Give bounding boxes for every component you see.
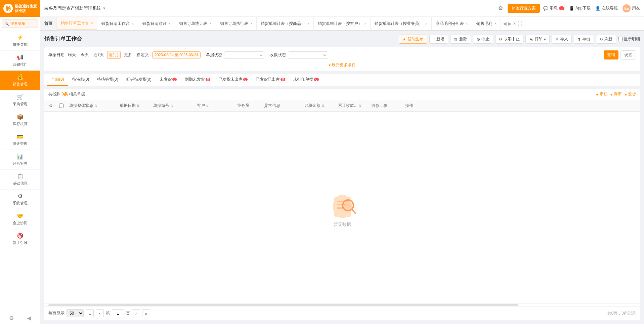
user-menu-button[interactable]: Ea 用友 bbox=[622, 4, 640, 12]
tab-maximize-icon[interactable]: ⛶ bbox=[517, 21, 522, 26]
per-page-select[interactable]: 50 20 100 bbox=[67, 309, 84, 317]
sort-cumulative-icon[interactable]: ⇅ bbox=[358, 104, 361, 108]
app-download-button[interactable]: 📱 App下载 bbox=[569, 5, 591, 11]
sort-number-icon[interactable]: ⇅ bbox=[170, 104, 173, 108]
tab-close-stats[interactable]: × bbox=[209, 22, 211, 26]
sub-tab-pending-review[interactable]: 待审核(0) bbox=[68, 74, 93, 86]
show-detail-checkbox[interactable] bbox=[618, 37, 622, 41]
tab-nav-left-icon[interactable]: ◀ bbox=[503, 21, 507, 26]
tab-close-product[interactable]: × bbox=[307, 22, 309, 26]
sub-tab-store-pending[interactable]: 旺铺待发货(0) bbox=[122, 74, 156, 86]
th-checkbox[interactable] bbox=[57, 100, 67, 111]
tab-sales-gross[interactable]: 销售毛利 × bbox=[472, 17, 501, 30]
sidebar-item-purchase[interactable]: 🛒 采购管理 bbox=[0, 90, 40, 110]
tab-close-cash[interactable]: × bbox=[132, 22, 134, 26]
sidebar-item-finance[interactable]: 💳 资金管理 bbox=[0, 130, 40, 150]
sidebar: 畅 畅捷通好生意 标准版 🔍 搜索菜单 ⚡ 快捷导航 📢 营销推广 💰 销售管理… bbox=[0, 0, 40, 324]
smart-gen-button[interactable]: ★ 智能生单 bbox=[399, 35, 427, 44]
tab-close-sales[interactable]: × bbox=[91, 21, 93, 25]
review-button[interactable]: ● 审核 bbox=[596, 91, 607, 97]
export-button[interactable]: ⬆ 导出 bbox=[574, 35, 594, 44]
expand-filter-button[interactable]: ▾ 展开更多条件 bbox=[329, 62, 356, 68]
query-actions: 查询 设置 bbox=[604, 50, 636, 59]
tab-close-customer[interactable]: × bbox=[364, 22, 366, 26]
tab-close-person[interactable]: × bbox=[425, 22, 427, 26]
sub-tab-not-printed[interactable]: 未打印单据0 bbox=[289, 74, 323, 86]
topbar-gear-icon[interactable]: ⚙ bbox=[498, 5, 503, 11]
tab-reconcile[interactable]: 钱货日清对账 × bbox=[138, 17, 175, 30]
sub-tab-not-shipped[interactable]: 未发货0 bbox=[156, 74, 181, 86]
sort-date-icon[interactable]: ⇅ bbox=[137, 104, 139, 108]
sidebar-item-business[interactable]: 📊 经营管理 bbox=[0, 150, 40, 170]
th-settings[interactable]: ⚙ bbox=[47, 100, 57, 111]
sidebar-item-quick-nav[interactable]: ⚡ 快捷导航 bbox=[0, 31, 40, 51]
show-detail-label[interactable]: 显示明细 bbox=[618, 36, 640, 42]
sort-amount-icon[interactable]: ⇅ bbox=[321, 104, 324, 108]
sub-tab-overdue-ship[interactable]: 到期未发货0 bbox=[181, 74, 214, 86]
sidebar-item-guide[interactable]: 🎯 新手引导 bbox=[0, 229, 40, 249]
tab-sales-person[interactable]: 销货单统计表（按业务员） × bbox=[371, 17, 431, 30]
date-yesterday[interactable]: 昨天 bbox=[67, 51, 77, 59]
title-dropdown-icon[interactable]: ▾ bbox=[103, 6, 105, 11]
tab-nav-right-icon[interactable]: ▶ bbox=[508, 21, 512, 26]
date-7days[interactable]: 近7天 bbox=[92, 51, 105, 59]
tab-sales-stats[interactable]: 销售订单统计表 × bbox=[175, 17, 216, 30]
date-1month[interactable]: 近1月 bbox=[107, 51, 121, 59]
sort-customer-icon[interactable]: ⇅ bbox=[206, 104, 209, 108]
tab-sales-product[interactable]: 销货单统计表（按商品） × bbox=[257, 17, 313, 30]
select-all-checkbox[interactable] bbox=[59, 104, 63, 108]
sidebar-collapse-button[interactable]: ◀ bbox=[27, 315, 31, 321]
status-select[interactable] bbox=[224, 51, 264, 59]
date-custom[interactable]: 自定义 bbox=[135, 51, 150, 59]
page-input[interactable] bbox=[112, 309, 124, 317]
date-more[interactable]: 更多 bbox=[123, 51, 133, 59]
filter-row-1: 单据日期 昨天 今天 近7天 近1月 更多 自定义 2023-02-24 至 2… bbox=[48, 50, 636, 59]
search-menu-button[interactable]: 🔍 搜索菜单 bbox=[2, 19, 38, 28]
sidebar-item-inventory[interactable]: 📦 库存核算 bbox=[0, 110, 40, 130]
logo-text: 畅捷通好生意 标准版 bbox=[15, 4, 37, 13]
page-first-button[interactable]: « bbox=[86, 309, 94, 317]
sub-tab-shipped-out[interactable]: 已发货已出库0 bbox=[252, 74, 289, 86]
message-button[interactable]: 💬 消息 6 bbox=[543, 5, 564, 11]
stop-button[interactable]: ⊘ 中止 bbox=[473, 35, 493, 44]
print-button[interactable]: 🖨 打印 ▾ bbox=[525, 35, 550, 44]
ship-button[interactable]: ● 发货 bbox=[625, 91, 636, 97]
tab-close-exec[interactable]: × bbox=[250, 22, 252, 26]
page-last-button[interactable]: » bbox=[142, 309, 150, 317]
sidebar-item-cooperation[interactable]: 🤝 企业协同 bbox=[0, 209, 40, 229]
tab-close-reconcile[interactable]: × bbox=[169, 22, 171, 26]
tab-home[interactable]: 首页 bbox=[40, 17, 57, 30]
payment-select[interactable] bbox=[288, 51, 328, 59]
import-button[interactable]: ⬇ 导入 bbox=[552, 35, 572, 44]
page-prev-button[interactable]: ‹ bbox=[96, 309, 104, 317]
tab-close-sg[interactable]: × bbox=[495, 22, 497, 26]
sidebar-item-basic-info[interactable]: 📋 基础信息 bbox=[0, 170, 40, 190]
tab-sales-exec[interactable]: 销售订单执行表 × bbox=[216, 17, 257, 30]
sidebar-setting-button[interactable]: ⚙ bbox=[9, 315, 14, 321]
delete-button[interactable]: 🗑 删除 bbox=[450, 35, 471, 44]
date-today[interactable]: 今天 bbox=[79, 51, 90, 59]
online-service-button[interactable]: 👤 在线客服 bbox=[595, 5, 618, 11]
tab-gross-profit[interactable]: 商品毛利分析表 × bbox=[432, 17, 472, 30]
sub-tab-pending-check[interactable]: 待拣验货(0) bbox=[93, 74, 122, 86]
cancel-stop-button[interactable]: ↺ 取消中止 bbox=[495, 35, 523, 44]
date-range-display[interactable]: 2023-02-24 至 2023-03-24 bbox=[152, 51, 201, 58]
sub-tab-shipped-not-out[interactable]: 已发货未出库0 bbox=[214, 74, 252, 86]
setting-filter-button[interactable]: 设置 bbox=[620, 50, 636, 59]
sidebar-item-marketing[interactable]: 📢 营销推广 bbox=[0, 51, 40, 71]
sidebar-item-system[interactable]: ⚙ 系统管理 bbox=[0, 190, 40, 209]
add-button[interactable]: + 新增 bbox=[429, 35, 448, 44]
refresh-button[interactable]: ↻ 刷新 bbox=[596, 35, 616, 44]
tab-close-gp[interactable]: × bbox=[466, 22, 468, 26]
tab-close-all-icon[interactable]: × bbox=[513, 21, 516, 26]
solution-button[interactable]: 体验行业方案 bbox=[508, 4, 540, 13]
tab-cash-daily[interactable]: 钱货日清工作台 × bbox=[97, 17, 138, 30]
tab-sales-workbench[interactable]: 销售订单工作台 × bbox=[57, 17, 97, 30]
tab-sales-customer[interactable]: 销货单统计表（按客户） × bbox=[314, 17, 371, 30]
sub-tab-all[interactable]: 全部(0) bbox=[47, 74, 68, 86]
search-button[interactable]: 查询 bbox=[604, 50, 618, 59]
page-next-button[interactable]: › bbox=[132, 309, 140, 317]
sidebar-item-sales[interactable]: 💰 销售管理 bbox=[0, 71, 40, 90]
abandon-review-button[interactable]: ● 弃审 bbox=[610, 91, 622, 97]
sort-status-icon[interactable]: ⇅ bbox=[94, 104, 97, 108]
